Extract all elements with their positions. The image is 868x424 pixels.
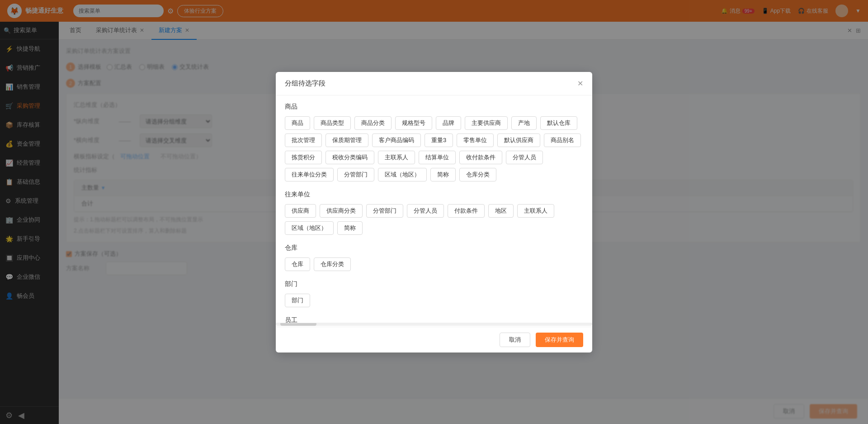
field-tag[interactable]: 分管部门 — [366, 204, 403, 218]
field-tag[interactable]: 主联系人 — [378, 151, 415, 164]
field-tag[interactable]: 规格型号 — [395, 116, 432, 130]
field-tag[interactable]: 区域（地区） — [378, 168, 427, 181]
field-section-department: 部门 部门 — [285, 280, 583, 307]
field-tag[interactable]: 商品类型 — [314, 116, 351, 130]
field-section-employee: 员工 业务员 — [285, 316, 583, 323]
section-partner-tags: 供应商 供应商分类 分管部门 分管人员 付款条件 地区 主联系人 区域（地区） … — [285, 204, 583, 235]
section-department-tags: 部门 — [285, 294, 583, 307]
field-tag[interactable]: 批次管理 — [285, 133, 322, 147]
field-selection-modal: 分组待选字段 ✕ 商品 商品 商品类型 商品分类 规格型号 品牌 主要供应商 产… — [276, 72, 592, 353]
modal-close-icon[interactable]: ✕ — [577, 79, 583, 88]
section-partner-title: 往来单位 — [285, 191, 583, 199]
field-section-partner: 往来单位 供应商 供应商分类 分管部门 分管人员 付款条件 地区 主联系人 区域… — [285, 191, 583, 235]
field-tag[interactable]: 分管人员 — [407, 204, 444, 218]
modal-body: 商品 商品 商品类型 商品分类 规格型号 品牌 主要供应商 产地 默认仓库 批次… — [276, 95, 592, 323]
field-tag[interactable]: 简称 — [337, 221, 363, 235]
field-tag[interactable]: 往来单位分类 — [285, 168, 334, 181]
field-tag[interactable]: 零售单位 — [457, 133, 494, 147]
section-goods-tags: 商品 商品类型 商品分类 规格型号 品牌 主要供应商 产地 默认仓库 批次管理 … — [285, 116, 583, 181]
field-tag[interactable]: 默认仓库 — [540, 116, 577, 130]
field-tag[interactable]: 保质期管理 — [326, 133, 368, 147]
scroll-track — [276, 323, 592, 326]
field-tag[interactable]: 区域（地区） — [285, 221, 334, 235]
field-tag[interactable]: 税收分类编码 — [326, 151, 374, 164]
field-tag[interactable]: 供应商 — [285, 204, 316, 218]
field-tag[interactable]: 地区 — [488, 204, 514, 218]
field-tag[interactable]: 产地 — [511, 116, 537, 130]
modal-horizontal-scroll[interactable] — [276, 323, 592, 327]
section-warehouse-tags: 仓库 仓库分类 — [285, 257, 583, 271]
field-tag[interactable]: 默认供应商 — [497, 133, 540, 147]
modal-overlay: 分组待选字段 ✕ 商品 商品 商品类型 商品分类 规格型号 品牌 主要供应商 产… — [0, 0, 868, 424]
modal-cancel-button[interactable]: 取消 — [500, 333, 530, 347]
modal-title: 分组待选字段 — [285, 79, 326, 88]
section-employee-title: 员工 — [285, 316, 583, 323]
modal-confirm-button[interactable]: 保存并查询 — [536, 333, 583, 347]
field-tag[interactable]: 仓库 — [285, 257, 310, 271]
field-tag[interactable]: 收付款条件 — [459, 151, 502, 164]
scroll-thumb — [280, 323, 316, 326]
field-tag[interactable]: 商品 — [285, 116, 310, 130]
section-goods-title: 商品 — [285, 103, 583, 111]
field-tag[interactable]: 客户商品编码 — [372, 133, 421, 147]
field-tag[interactable]: 商品分类 — [354, 116, 392, 130]
section-department-title: 部门 — [285, 280, 583, 288]
field-tag[interactable]: 分管部门 — [337, 168, 374, 181]
field-section-warehouse: 仓库 仓库 仓库分类 — [285, 244, 583, 271]
field-tag[interactable]: 主联系人 — [517, 204, 554, 218]
modal-footer: 取消 保存并查询 — [276, 327, 592, 353]
field-tag[interactable]: 分管人员 — [506, 151, 543, 164]
field-tag[interactable]: 付款条件 — [448, 204, 485, 218]
field-tag[interactable]: 商品别名 — [544, 133, 581, 147]
field-tag[interactable]: 仓库分类 — [459, 168, 496, 181]
field-tag[interactable]: 部门 — [285, 294, 310, 307]
field-tag[interactable]: 简称 — [430, 168, 456, 181]
field-tag[interactable]: 品牌 — [436, 116, 461, 130]
field-tag[interactable]: 结算单位 — [419, 151, 456, 164]
field-tag[interactable]: 拣货积分 — [285, 151, 322, 164]
field-tag[interactable]: 供应商分类 — [320, 204, 363, 218]
field-tag[interactable]: 仓库分类 — [314, 257, 351, 271]
field-tag[interactable]: 重量3 — [425, 133, 453, 147]
field-tag[interactable]: 主要供应商 — [465, 116, 508, 130]
field-section-goods: 商品 商品 商品类型 商品分类 规格型号 品牌 主要供应商 产地 默认仓库 批次… — [285, 103, 583, 181]
modal-header: 分组待选字段 ✕ — [276, 72, 592, 95]
section-warehouse-title: 仓库 — [285, 244, 583, 252]
